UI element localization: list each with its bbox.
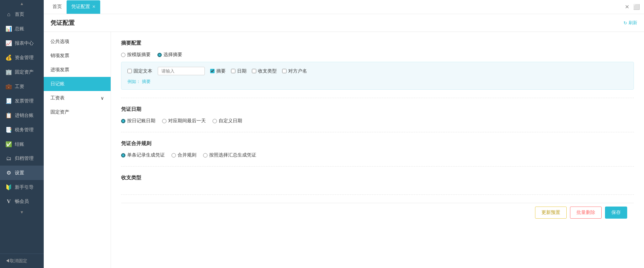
left-nav-sales-invoice[interactable]: 销项发票 (44, 49, 111, 63)
template-summary-radio[interactable]: 按模版摘要 (121, 52, 151, 58)
summary-config-box: 固定文本 摘要 日期 (121, 62, 634, 90)
left-nav-fixed-asset[interactable]: 固定资产 (44, 105, 111, 119)
unpin-label: ◀取消固定 (5, 258, 27, 264)
sidebar-item-vip[interactable]: V 畅会员 (0, 194, 44, 209)
sidebar-item-reports[interactable]: 📈 报表中心 (0, 36, 44, 50)
counterparty-checkbox[interactable]: 对方户名 (282, 68, 307, 74)
tab-home[interactable]: 首页 (48, 0, 67, 14)
save-button[interactable]: 保存 (605, 207, 627, 219)
sidebar-item-ledger[interactable]: 📊 总账 (0, 21, 44, 36)
window-close-icon[interactable]: ✕ (625, 4, 629, 10)
summary-radio-group: 按模版摘要 选择摘要 (121, 52, 634, 58)
sidebar-item-label: 报表中心 (15, 40, 34, 46)
refresh-label: 刷新 (629, 20, 637, 26)
single-record-label: 单条记录生成凭证 (127, 152, 165, 158)
batch-delete-button[interactable]: 批量删除 (570, 207, 602, 219)
by-diary-date-input[interactable] (121, 119, 125, 123)
sidebar-item-label: 固定资产 (15, 69, 34, 75)
select-merge-input[interactable] (203, 153, 207, 158)
sidebar-item-label: 新手引导 (15, 184, 34, 190)
sidebar-item-guide[interactable]: 🔰 新手引导 (0, 180, 44, 194)
fixed-text-checkbox[interactable]: 固定文本 (127, 68, 152, 74)
sidebar: ▲ ⌂ 首页 📊 总账 📈 报表中心 💰 资金管理 🏢 固定资产 💼 工资 🧾 … (0, 0, 44, 268)
merge-rules-radio[interactable]: 合并规则 (172, 152, 196, 158)
tab-bar-right: ✕ ⬜ (625, 4, 640, 10)
fixed-text-field[interactable] (158, 67, 205, 75)
sidebar-item-settings[interactable]: ⚙ 设置 (0, 166, 44, 180)
date-checkbox[interactable]: 日期 (231, 68, 247, 74)
right-content: 摘要配置 按模版摘要 选择摘要 (111, 32, 644, 268)
template-summary-input[interactable] (121, 53, 125, 57)
left-nav-public-options-label: 公共选项 (50, 39, 69, 45)
sidebar-item-label: 工资 (15, 84, 24, 90)
left-nav-purchase-invoice-label: 进项发票 (50, 67, 69, 73)
last-period-day-input[interactable] (162, 119, 166, 123)
sidebar-item-label: 畅会员 (15, 198, 29, 205)
single-record-input[interactable] (121, 153, 125, 158)
income-type-checkbox[interactable]: 收支类型 (252, 68, 277, 74)
sidebar-item-label: 设置 (15, 170, 24, 176)
sidebar-item-home[interactable]: ⌂ 首页 (0, 7, 44, 21)
summary-checkbox[interactable]: 摘要 (210, 68, 226, 74)
single-record-radio[interactable]: 单条记录生成凭证 (121, 152, 165, 158)
counterparty-input[interactable] (282, 69, 287, 73)
chevron-down-icon: ∨ (101, 95, 104, 101)
income-type-title: 收支类型 (121, 175, 634, 181)
select-merge-radio[interactable]: 按照选择汇总生成凭证 (203, 152, 256, 158)
sidebar-item-label: 进销台账 (15, 113, 34, 119)
custom-date-input[interactable] (213, 119, 217, 123)
sidebar-item-fixed-assets[interactable]: 🏢 固定资产 (0, 65, 44, 79)
tab-voucher-config[interactable]: 凭证配置 ✕ (67, 0, 100, 14)
purchase-sales-icon: 📋 (5, 112, 12, 119)
sidebar-item-label: 首页 (15, 11, 24, 17)
merge-rules-label: 合并规则 (178, 152, 196, 158)
left-nav-payroll-sheet[interactable]: 工资表 ∨ (44, 91, 111, 105)
left-nav-diary[interactable]: 日记账 (44, 77, 111, 91)
sidebar-unpin-button[interactable]: ◀取消固定 (0, 254, 44, 268)
voucher-date-title: 凭证日期 (121, 106, 634, 113)
sidebar-item-funds[interactable]: 💰 资金管理 (0, 50, 44, 65)
custom-date-radio[interactable]: 自定义日期 (213, 118, 242, 124)
refresh-button[interactable]: ↻ 刷新 (623, 20, 637, 26)
tab-bar: 首页 凭证配置 ✕ ✕ ⬜ (44, 0, 644, 14)
by-diary-date-radio[interactable]: 按日记账日期 (121, 118, 155, 124)
left-nav-purchase-invoice[interactable]: 进项发票 (44, 63, 111, 77)
select-summary-input[interactable] (157, 53, 162, 57)
date-cb-input[interactable] (231, 69, 235, 73)
sidebar-item-label: 税务管理 (15, 127, 34, 133)
sidebar-item-tax-mgmt[interactable]: 📑 税务管理 (0, 123, 44, 137)
update-preview-button[interactable]: 更新预置 (535, 207, 567, 219)
left-nav-sales-invoice-label: 销项发票 (50, 53, 69, 59)
archive-icon: 🗂 (5, 155, 12, 162)
summary-cb-input[interactable] (210, 69, 215, 73)
sidebar-item-purchase-sales[interactable]: 📋 进销台账 (0, 108, 44, 123)
template-summary-label: 按模版摘要 (127, 52, 151, 58)
bottom-bar: 更新预置 批量删除 保存 (121, 203, 634, 222)
counterparty-label: 对方户名 (288, 68, 307, 74)
income-type-input[interactable] (252, 69, 256, 73)
home-icon: ⌂ (5, 11, 12, 17)
window-restore-icon[interactable]: ⬜ (633, 4, 640, 10)
sidebar-scroll-down[interactable]: ▼ (0, 209, 44, 216)
by-diary-date-label: 按日记账日期 (127, 118, 155, 124)
merge-rules-radio-group: 单条记录生成凭证 合并规则 按照选择汇总生成凭证 (121, 152, 634, 158)
merge-rules-input[interactable] (172, 153, 176, 158)
left-nav-public-options[interactable]: 公共选项 (44, 35, 111, 49)
income-type-label: 收支类型 (258, 68, 277, 74)
last-period-day-label: 对应期间最后一天 (168, 118, 206, 124)
guide-icon: 🔰 (5, 184, 12, 190)
date-cb-label: 日期 (237, 68, 247, 74)
sidebar-item-invoice-mgmt[interactable]: 🧾 发票管理 (0, 94, 44, 108)
sidebar-scroll-up[interactable]: ▲ (0, 0, 44, 7)
fixed-text-label: 固定文本 (134, 68, 152, 74)
sidebar-item-settlement[interactable]: ✅ 结账 (0, 137, 44, 151)
left-nav: 公共选项 销项发票 进项发票 日记账 工资表 ∨ 固定资产 (44, 32, 111, 268)
tab-close-icon[interactable]: ✕ (92, 4, 96, 9)
page-title: 凭证配置 (50, 19, 75, 27)
last-period-day-radio[interactable]: 对应期间最后一天 (162, 118, 206, 124)
select-summary-radio[interactable]: 选择摘要 (157, 52, 182, 58)
summary-config-section: 摘要配置 按模版摘要 选择摘要 (121, 40, 634, 98)
sidebar-item-archive[interactable]: 🗂 归档管理 (0, 151, 44, 166)
fixed-text-input[interactable] (127, 69, 132, 73)
sidebar-item-payroll[interactable]: 💼 工资 (0, 79, 44, 94)
